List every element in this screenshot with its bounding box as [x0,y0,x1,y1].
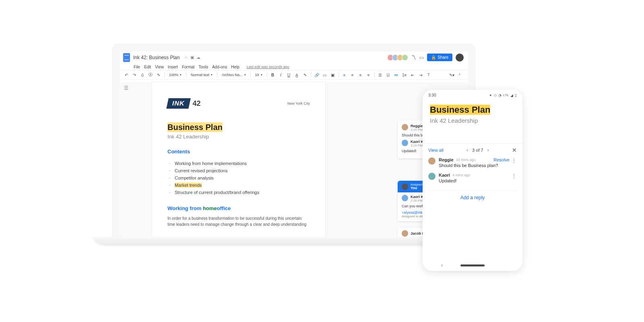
laptop-screen: Ink 42: Business Plan ☆ ▣ ☁ 〽 ▭ 🔒 Share [120,52,468,237]
paint-format-icon[interactable]: ✎ [156,72,161,77]
paragraph-style-select[interactable]: Normal text▾ [190,73,214,77]
menu-bar: File Edit View Insert Format Tools Add-o… [120,64,468,70]
indent-decrease-icon[interactable]: ⇤ [410,72,415,77]
font-value: Archivo Na... [222,73,243,77]
commenter-avatar [428,173,436,180]
wifi-icon: ◔ [498,93,502,97]
doc-header-right: 〽 ▭ 🔒 Share [389,54,468,62]
spellcheck-icon[interactable]: Ⓐ [148,72,153,77]
menu-edit[interactable]: Edit [144,65,151,69]
menu-view[interactable]: View [155,65,164,69]
comment-timestamp: 10 mins ago [456,158,476,162]
collapse-toolbar-icon[interactable]: ＾ [457,72,462,77]
phone-doc-subtitle: Ink 42 Leadership [430,117,515,124]
phone-document-preview[interactable]: Business Plan Ink 42 Leadership [423,99,522,127]
menu-help[interactable]: Help [231,65,239,69]
align-left-icon[interactable]: ≡ [342,72,347,77]
doc-heading-1: Business Plan [167,122,223,132]
checklist-icon[interactable]: ☑ [386,72,391,77]
toc-item: Structure of current product/brand offer… [175,190,310,195]
font-size-select[interactable]: 19▾ [254,73,264,77]
assignee-avatar [402,184,408,190]
commenter-avatar [402,140,408,146]
font-select[interactable]: Archivo Na...▾ [221,73,247,77]
font-size-value: 19 [255,73,259,77]
italic-icon[interactable]: I [279,72,283,77]
phone-status-bar: 3:30 ✦ ◇ ◔ LTE ◢ ▯ [423,90,522,99]
doc-canvas: ☰ INK 42 New York City Business Plan Ink… [120,82,468,237]
move-folder-icon[interactable]: ▣ [190,55,194,60]
commenter-name: Kaori [439,173,450,178]
bulleted-list-icon[interactable]: •≡ [394,72,399,77]
text-color-icon[interactable]: A̲ [295,72,299,77]
signal-icon: ◢ [510,93,513,97]
numbered-list-icon[interactable]: 1≡ [402,72,407,77]
print-icon[interactable]: ⎙ [140,72,145,77]
toc-item: Competitor analysis [175,175,310,180]
undo-icon[interactable]: ↶ [124,72,129,77]
toc-item-highlighted: Market trends [175,183,310,188]
docs-logo-icon[interactable] [123,53,130,62]
comment-more-icon[interactable]: ⋮ [511,173,517,179]
network-label: LTE [503,94,509,97]
insert-link-icon[interactable]: 🔗 [314,72,319,77]
add-reply-button[interactable]: Add a reply [428,190,517,204]
cloud-status-icon[interactable]: ☁ [196,55,200,60]
zoom-select[interactable]: 100%▾ [168,73,183,77]
indent-increase-icon[interactable]: ⇥ [418,72,423,77]
collaborator-avatars[interactable] [389,54,408,61]
resolve-link[interactable]: Resolve [493,157,510,162]
toolbar-separator [217,72,217,78]
close-icon[interactable]: ✕ [512,147,517,153]
status-icon: ✦ [489,93,492,97]
status-icons: ✦ ◇ ◔ LTE ◢ ▯ [489,93,517,97]
laptop-frame: Ink 42: Business Plan ☆ ▣ ☁ 〽 ▭ 🔒 Share [113,44,475,237]
clear-formatting-icon[interactable]: Ｔ [426,72,431,77]
activity-dashboard-icon[interactable]: 〽 [411,55,416,60]
pager-prev-icon[interactable]: ‹ [466,147,468,153]
menu-addons[interactable]: Add-ons [212,65,227,69]
share-label: Share [438,55,448,60]
line-spacing-icon[interactable]: ☰ [378,72,383,77]
toolbar-separator [186,72,186,78]
home-pill[interactable] [460,264,485,266]
toolbar-separator [311,72,311,78]
last-edit-status[interactable]: Last edit was seconds ago [247,65,289,69]
align-right-icon[interactable]: ≡ [358,72,363,77]
collaborator-avatar[interactable] [402,54,408,61]
phone-comment[interactable]: Kaori 4 mins ago Updated! ⋮ [428,173,517,183]
insert-comment-icon[interactable]: ▭ [322,72,327,77]
toolbar: ↶ ↷ ⎙ Ⓐ ✎ 100%▾ Normal text▾ Archivo Na.… [120,70,468,80]
align-center-icon[interactable]: ≡ [350,72,355,77]
section-heading: Working from homeoffice [167,205,310,211]
outline-toggle-icon[interactable]: ☰ [123,85,129,91]
back-icon[interactable]: ‹ [441,262,443,268]
bold-icon[interactable]: B [270,72,275,77]
share-button[interactable]: 🔒 Share [427,54,452,61]
comment-pager: ‹ 3 of 7 › [466,147,489,153]
document-page[interactable]: INK 42 New York City Business Plan Ink 4… [152,82,325,237]
comment-more-icon[interactable]: ⋮ [511,157,517,164]
lock-icon: 🔒 [431,55,436,60]
editing-mode-icon[interactable]: ✎▾ [449,72,454,77]
toc-item: Current revised projections [175,168,310,173]
menu-format[interactable]: Format [182,65,195,69]
pager-position: 3 of 7 [472,148,483,153]
highlight-icon[interactable]: ✎ [303,72,308,77]
view-all-link[interactable]: View all [428,148,444,153]
pager-next-icon[interactable]: › [487,147,489,153]
align-justify-icon[interactable]: ≡ [366,72,371,77]
toolbar-separator [250,72,251,78]
star-icon[interactable]: ☆ [184,55,188,60]
menu-file[interactable]: File [134,65,140,69]
phone-comment[interactable]: Reggie 10 mins ago Should this be Busine… [428,157,517,168]
redo-icon[interactable]: ↷ [132,72,137,77]
phone-doc-heading: Business Plan [430,105,490,115]
doc-title[interactable]: Ink 42: Business Plan [133,55,180,60]
underline-icon[interactable]: U [287,72,291,77]
account-avatar[interactable] [456,54,464,62]
open-comments-icon[interactable]: ▭ [419,55,424,60]
insert-image-icon[interactable]: ▣ [330,72,335,77]
menu-insert[interactable]: Insert [168,65,178,69]
menu-tools[interactable]: Tools [199,65,208,69]
